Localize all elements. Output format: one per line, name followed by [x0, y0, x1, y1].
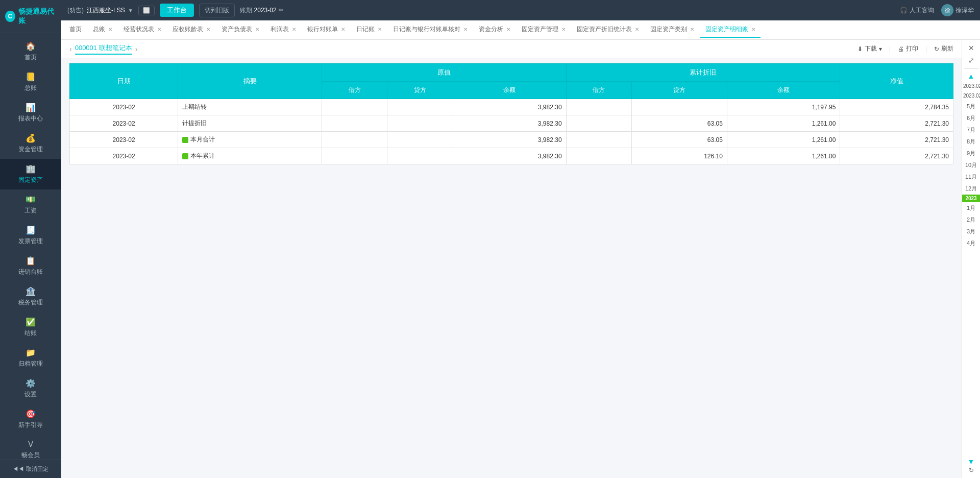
subnav-breadcrumb[interactable]: 000001 联想笔记本 — [75, 43, 132, 55]
sidebar-footer-collapse[interactable]: ◀◀ 取消固定 — [0, 460, 61, 478]
tab-close-receivable[interactable]: ✕ — [206, 27, 210, 32]
month-item-3月[interactable]: 3月 — [962, 226, 980, 237]
download-button[interactable]: ⬇ 下载▾ — [857, 44, 882, 53]
cell-orig-balance-1: 3,982.30 — [453, 115, 567, 132]
sidebar-item-payroll[interactable]: 💵 工资 — [0, 189, 61, 220]
tab-receivable[interactable]: 应收账龄表✕ — [167, 22, 215, 38]
tab-close-ledger[interactable]: ✕ — [108, 27, 112, 32]
sales-icon: 📋 — [26, 256, 36, 266]
month-item-6月[interactable]: 6月 — [962, 112, 980, 124]
cell-orig-credit-0 — [387, 99, 453, 115]
tab-close-assets-liabilities[interactable]: ✕ — [255, 27, 259, 32]
tab-close-bank-statement[interactable]: ✕ — [341, 27, 345, 32]
sidebar-item-home[interactable]: 🏠 首页 — [0, 36, 61, 67]
refresh-icon: ↻ — [934, 45, 939, 53]
headset-icon: 🎧 — [900, 7, 908, 14]
sidebar-item-tax[interactable]: 🏦 税务管理 — [0, 281, 61, 312]
tab-assets-liabilities[interactable]: 资产负债表✕ — [216, 22, 264, 38]
sidebar-item-fixed-assets[interactable]: 🏢 固定资产 — [0, 159, 61, 189]
month-item-8月[interactable]: 8月 — [962, 136, 980, 148]
period-edit-icon[interactable]: ✏ — [279, 7, 284, 14]
content: ‹ 000001 联想笔记本 › ⬇ 下载▾|🖨 打印|↻ 刷新 日期 摘要 — [61, 40, 980, 478]
panel-expand-button[interactable]: ⤢ — [966, 54, 976, 66]
tab-close-business[interactable]: ✕ — [157, 27, 161, 32]
tab-label-fixed-detail: 固定资产明细账 — [705, 25, 748, 34]
tab-bank-statement[interactable]: 银行对账单✕ — [302, 22, 350, 38]
sidebar-item-invoice[interactable]: 🧾 发票管理 — [0, 220, 61, 251]
tab-fixed-depreciation[interactable]: 固定资产折旧统计表✕ — [572, 22, 644, 38]
col-accumulated-depreciation: 累计折旧 — [566, 64, 840, 82]
tab-close-journal[interactable]: ✕ — [378, 27, 382, 32]
breadcrumb-text: 000001 联想笔记本 — [75, 43, 132, 53]
col-original-value: 原值 — [322, 64, 566, 82]
panel-close-button[interactable]: ✕ — [966, 42, 976, 54]
scroll-up-button[interactable]: ▲ — [967, 71, 976, 81]
year-date-item-0[interactable]: 2023.02 — [962, 81, 980, 91]
sidebar-label-sales: 进销台账 — [18, 268, 43, 276]
year-badge-item[interactable]: 2023 — [962, 195, 980, 202]
month-item-10月[interactable]: 10月 — [962, 159, 980, 171]
col-acc-balance: 余额 — [727, 82, 840, 99]
closing-icon: ✅ — [26, 317, 36, 327]
tab-profit[interactable]: 利润表✕ — [265, 22, 301, 38]
user-profile[interactable]: 徐 徐泽华 — [941, 4, 974, 16]
fixed-asset-detail-table: 日期 摘要 原值 累计折旧 净值 借方 贷方 余额 借方 贷方 余额 — [69, 63, 953, 164]
sidebar-item-guide[interactable]: 🎯 新手引导 — [0, 404, 61, 435]
nav-prev-arrow[interactable]: ‹ — [69, 45, 72, 53]
tab-label-capital-analysis: 资金分析 — [479, 25, 503, 34]
sidebar-item-settings[interactable]: ⚙️ 设置 — [0, 373, 61, 404]
tab-ledger[interactable]: 总账✕ — [88, 22, 117, 38]
tab-close-journal-bank-check[interactable]: ✕ — [463, 27, 468, 32]
sidebar-item-ledger[interactable]: 📒 总账 — [0, 67, 61, 98]
tab-fixed-detail[interactable]: 固定资产明细账✕ — [700, 22, 761, 38]
month-item-9月[interactable]: 9月 — [962, 148, 980, 159]
month-list: 2023.022023.025月6月7月8月9月10月11月12月20231月2… — [962, 81, 980, 457]
month-item-5月[interactable]: 5月 — [962, 101, 980, 112]
nav-next-arrow[interactable]: › — [135, 45, 138, 53]
tab-close-fixed-detail[interactable]: ✕ — [751, 27, 755, 32]
cell-date-3: 2023-02 — [70, 148, 178, 164]
tab-close-fixed-category[interactable]: ✕ — [690, 27, 694, 32]
download-chevron-icon: ▾ — [879, 45, 882, 53]
old-version-button[interactable]: 切到旧版 — [199, 4, 235, 17]
tab-fixed-mgmt[interactable]: 固定资产管理✕ — [517, 22, 571, 38]
sidebar-item-sales[interactable]: 📋 进销台账 — [0, 251, 61, 281]
year-date-item-1[interactable]: 2023.02 — [962, 91, 980, 101]
customer-service[interactable]: 🎧 人工客询 — [900, 6, 934, 15]
copy-company-button[interactable]: ⬜ — [138, 6, 155, 15]
tab-close-fixed-mgmt[interactable]: ✕ — [561, 27, 566, 32]
tab-label-fixed-depreciation: 固定资产折旧统计表 — [577, 25, 632, 34]
company-selector[interactable]: (劝告) 江西服坐-LSS ▼ — [67, 6, 133, 15]
sidebar-item-archive[interactable]: 📁 归档管理 — [0, 343, 61, 373]
workbench-button[interactable]: 工作台 — [160, 4, 194, 17]
tab-fixed-category[interactable]: 固定资产类别✕ — [645, 22, 699, 38]
print-button[interactable]: 🖨 打印 — [898, 44, 918, 53]
month-item-7月[interactable]: 7月 — [962, 124, 980, 136]
logo-icon: C — [5, 11, 15, 22]
tab-label-ledger: 总账 — [93, 25, 105, 34]
refresh-button[interactable]: ↻ 刷新 — [934, 44, 953, 53]
tab-business[interactable]: 经营状况表✕ — [118, 22, 166, 38]
table-row: 2023-02 本年累计 3,982.30 126.10 1,261.00 2,… — [70, 148, 953, 164]
cell-net-value-0: 2,784.35 — [840, 99, 953, 115]
month-item-11月[interactable]: 11月 — [962, 171, 980, 183]
month-item-12月[interactable]: 12月 — [962, 183, 980, 195]
sidebar-label-membership: 畅会员 — [21, 451, 40, 460]
scroll-down-button[interactable]: ▼ — [967, 457, 976, 467]
sidebar-item-reports[interactable]: 📊 报表中心 — [0, 98, 61, 128]
tab-home[interactable]: 首页 — [64, 22, 87, 38]
month-item-1月[interactable]: 1月 — [962, 202, 980, 214]
tab-close-profit[interactable]: ✕ — [292, 27, 296, 32]
tab-capital-analysis[interactable]: 资金分析✕ — [474, 22, 516, 38]
month-item-4月[interactable]: 4月 — [962, 237, 980, 249]
right-panel: ✕ ⤢ ▲ 2023.022023.025月6月7月8月9月10月11月12月2… — [962, 40, 980, 478]
tab-journal-bank-check[interactable]: 日记账与银行对账单核对✕ — [388, 22, 473, 38]
sidebar-item-closing[interactable]: ✅ 结账 — [0, 312, 61, 343]
panel-refresh-icon[interactable]: ↻ — [969, 467, 974, 474]
sidebar-item-capital[interactable]: 💰 资金管理 — [0, 128, 61, 159]
sidebar-item-membership[interactable]: V 畅会员 — [0, 435, 61, 460]
tab-close-capital-analysis[interactable]: ✕ — [506, 27, 510, 32]
tab-journal[interactable]: 日记账✕ — [351, 22, 387, 38]
current-month-item[interactable]: 2月 — [962, 214, 980, 226]
tab-close-fixed-depreciation[interactable]: ✕ — [635, 27, 639, 32]
